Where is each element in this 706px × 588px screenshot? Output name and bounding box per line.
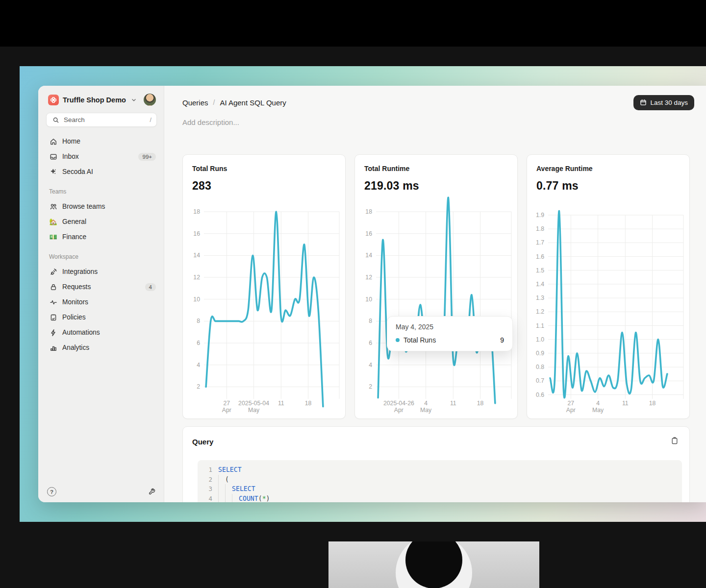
sidebar-item-automations[interactable]: Automations [38,325,164,340]
sql-token: ( [225,476,229,483]
tooltip-value: 9 [500,336,504,344]
clipboard-icon [49,314,57,321]
sql-code-block[interactable]: 1SELECT2(3SELECT4COUNT(*)5FROM [198,460,682,502]
sidebar-item-label: Integrations [62,268,98,275]
card-value: 219.03 ms [364,179,419,193]
main-content: Queries / AI Agent SQL Query Last 30 day… [164,86,706,502]
sidebar-nav: HomeInbox99+Secoda AITeamsBrowse teams🏡G… [38,134,164,355]
calendar-icon [640,99,647,106]
breadcrumb-queries[interactable]: Queries [182,98,208,107]
search-placeholder: Search [64,116,85,123]
line-number: 1 [202,466,212,473]
y-axis: 1.91.81.71.61.51.41.31.21.11.00.90.80.70… [530,207,548,415]
sparkles-icon [49,168,57,176]
card-value: 283 [192,179,211,193]
x-tick-label: 2025-05-04May [238,400,269,414]
sidebar-section-label-teams: Teams [38,179,164,199]
sidebar-item-label: Inbox [62,153,79,160]
plot-area[interactable]: 2025-04-26Apr4May1118 [376,207,511,415]
sidebar-item-label: Automations [62,329,100,336]
indent-guide [225,484,232,494]
y-tick-label: 6 [197,340,200,346]
plug-icon [49,268,57,276]
y-tick-label: 4 [197,362,200,368]
sidebar-item-label: Browse teams [62,203,105,210]
x-tick-label: 18 [305,400,312,407]
search-shortcut: / [150,117,151,123]
y-tick-label: 1.7 [536,239,544,246]
indent-guide [225,494,232,503]
date-range-button[interactable]: Last 30 days [633,95,694,110]
app-window: Truffle Shop Demo Search / HomeInbox99+S… [38,86,706,502]
breadcrumb-separator: / [213,98,215,106]
x-tick-label: 27Apr [222,400,231,414]
sidebar-footer: ? [38,487,164,496]
sidebar-item-secoda-ai[interactable]: Secoda AI [38,164,164,179]
sql-token: SELECT [232,485,255,492]
y-tick-label: 2 [369,383,372,390]
x-tick-label: 27Apr [566,400,576,414]
copy-query-icon[interactable] [671,437,679,446]
y-tick-label: 1.3 [536,294,544,301]
search-input[interactable]: Search / [46,113,157,127]
plot-area[interactable]: 27Apr2025-05-04May1118 [204,207,339,415]
workspace-switcher[interactable]: Truffle Shop Demo [38,86,164,106]
wrench-icon[interactable] [148,488,156,496]
plot-area[interactable]: 27Apr4May1118 [548,207,683,415]
sidebar-item-browse-teams[interactable]: Browse teams [38,199,164,214]
line-chart-svg [548,207,683,399]
monitor-stand [328,541,539,588]
y-tick-label: 0.9 [536,350,544,357]
y-tick-label: 10 [365,296,372,303]
code-line: 2( [202,475,682,485]
y-tick-label: 12 [193,274,200,281]
sidebar-item-inbox[interactable]: Inbox99+ [38,149,164,164]
data-line [206,212,323,407]
date-range-label: Last 30 days [650,99,688,106]
x-tick-label: 11 [278,400,284,407]
chart-tooltip: May 4, 2025 Total Runs 9 [387,316,513,351]
sidebar-item-general[interactable]: 🏡General [38,214,164,229]
sidebar-item-analytics[interactable]: Analytics [38,340,164,355]
card-value: 0.77 ms [536,179,579,193]
y-tick-label: 1.4 [536,281,544,288]
average-runtime-chart[interactable]: 1.91.81.71.61.51.41.31.21.11.00.90.80.70… [530,207,683,415]
home-icon [49,138,57,146]
breadcrumb-current-page: AI Agent SQL Query [220,98,286,107]
description-placeholder[interactable]: Add description... [182,118,239,126]
count-badge: 99+ [138,153,156,161]
sidebar: Truffle Shop Demo Search / HomeInbox99+S… [38,86,164,502]
code-line: 4COUNT(*) [202,494,682,503]
sidebar-item-finance[interactable]: 💵Finance [38,229,164,245]
sql-token: ) [266,495,270,502]
y-tick-label: 16 [365,230,372,237]
sidebar-item-home[interactable]: Home [38,134,164,149]
money-emoji-icon: 💵 [49,234,57,240]
total-runtime-chart[interactable]: 181614121086422025-04-26Apr4May1118 [358,207,511,415]
x-tick-label: 18 [649,400,656,407]
sidebar-section-label-workspace: Workspace [38,245,164,264]
sidebar-item-integrations[interactable]: Integrations [38,264,164,279]
tooltip-series-label: Total Runs [403,336,436,344]
sidebar-item-policies[interactable]: Policies [38,310,164,325]
desktop-wallpaper: Truffle Shop Demo Search / HomeInbox99+S… [20,66,706,522]
indent-guide [218,484,225,494]
total-runs-chart[interactable]: 1816141210864227Apr2025-05-04May1118 [186,207,339,415]
sidebar-item-requests[interactable]: Requests4 [38,279,164,294]
help-button[interactable]: ? [47,487,56,496]
y-tick-label: 14 [365,252,372,259]
y-tick-label: 8 [369,318,372,324]
y-tick-label: 1.9 [536,212,544,219]
line-number: 4 [202,495,212,502]
sidebar-item-label: Monitors [62,298,88,306]
sidebar-item-monitors[interactable]: Monitors [38,294,164,310]
x-tick-label: 4May [420,400,431,414]
sidebar-item-label: General [62,218,86,225]
chart-icon [49,344,57,352]
bolt-icon [49,329,57,337]
topbar: Queries / AI Agent SQL Query Last 30 day… [182,95,694,110]
user-avatar[interactable] [144,94,156,106]
x-tick-label: 4May [592,400,604,414]
data-line [550,211,667,397]
y-tick-label: 1.6 [536,253,544,260]
